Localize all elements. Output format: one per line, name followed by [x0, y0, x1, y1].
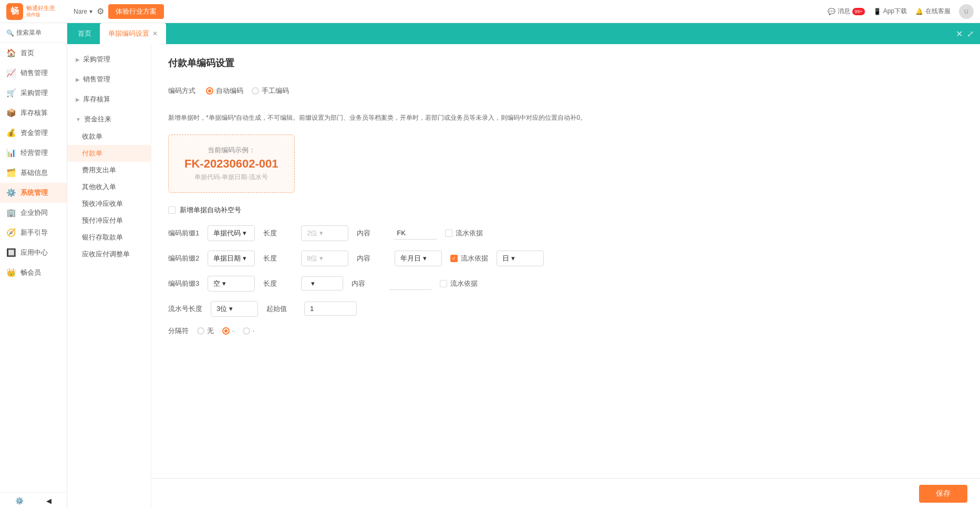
separator-radio-group: 无 · ·	[197, 326, 254, 336]
logo-badge: 插件版	[26, 12, 55, 18]
online-service-btn[interactable]: 🔔 在线客服	[915, 7, 951, 16]
app-download-btn[interactable]: 📱 App下载	[873, 7, 907, 16]
prefix3-label: 编码前缀3	[168, 279, 199, 288]
tab-home[interactable]: 首页	[69, 23, 100, 44]
prefix2-content-select[interactable]: 年月日 ▾	[395, 251, 442, 266]
sub-nav-item-other-income[interactable]: 其他收入单	[67, 179, 151, 195]
company-select[interactable]: Nare ▾	[74, 8, 92, 15]
start-value-input[interactable]	[304, 302, 357, 316]
bottom-bar: 保存	[151, 478, 980, 509]
chevron-down-icon-p3: ▾	[222, 279, 226, 287]
search-icon: 🔍	[6, 29, 14, 37]
settings-bottom-icon[interactable]: ⚙️	[15, 497, 24, 505]
sidebar-item-inventory[interactable]: 📦 库存核算	[0, 103, 67, 123]
sidebar-item-member[interactable]: 👑 畅会员	[0, 263, 67, 283]
sub-nav-group-purchase: ▶ 采购管理	[67, 50, 151, 68]
prefix2-cycle-select[interactable]: 日 ▾	[497, 251, 544, 266]
prefix2-select[interactable]: 单据日期 ▾	[208, 251, 255, 266]
auto-fill-label: 新增单据自动补空号	[180, 205, 241, 215]
sub-nav-group-header-sales[interactable]: ▶ 销售管理	[67, 70, 151, 88]
download-icon: 📱	[873, 8, 881, 15]
tab-bar: 首页 单据编码设置 ✕ ✕ ⤢	[67, 23, 980, 44]
service-icon: 🔔	[915, 8, 923, 15]
avatar[interactable]: U	[959, 4, 974, 19]
sidebar-search[interactable]: 🔍 搜索菜单	[0, 23, 67, 43]
sub-nav-item-prepay-receivable[interactable]: 预收冲应收单	[67, 195, 151, 212]
sidebar: 🔍 搜索菜单 🏠 首页 📈 销售管理 🛒 采购管理 📦 库存核算 💰 资金管理 …	[0, 23, 67, 509]
prefix1-stream-checkbox[interactable]	[445, 230, 452, 237]
chevron-down-icon-4: ▼	[76, 117, 81, 122]
inner-layout: ▶ 采购管理 ▶ 销售管理 ▶ 库存核算	[67, 44, 980, 509]
guide-icon: 🧭	[6, 228, 16, 237]
prefix2-length-select[interactable]: 8位 ▾	[301, 251, 348, 266]
radio-manual[interactable]: 手工编码	[252, 86, 289, 96]
prefix2-content-label: 内容	[357, 254, 386, 263]
prefix1-select[interactable]: 单据代码 ▾	[208, 225, 255, 241]
radio-auto[interactable]: 自动编码	[206, 86, 243, 96]
serial-length-label: 流水号长度	[168, 304, 202, 314]
prefix1-content-input[interactable]	[395, 227, 437, 240]
sub-nav-group-header-inventory[interactable]: ▶ 库存核算	[67, 90, 151, 108]
start-value-label: 起始值	[266, 304, 296, 314]
tab-close-icon[interactable]: ✕	[152, 30, 158, 37]
serial-length-select[interactable]: 3位 ▾	[211, 301, 258, 317]
prefix1-length-label: 长度	[263, 228, 293, 238]
tab-expand-icon[interactable]: ⤢	[967, 29, 974, 39]
chevron-down-icon-p2l: ▾	[319, 254, 323, 262]
collapse-icon[interactable]: ◀	[46, 497, 51, 505]
sidebar-item-purchase[interactable]: 🛒 采购管理	[0, 83, 67, 103]
sidebar-item-operation[interactable]: 📊 经营管理	[0, 143, 67, 163]
sidebar-item-sales[interactable]: 📈 销售管理	[0, 63, 67, 83]
sidebar-item-enterprise[interactable]: 🏢 企业协同	[0, 203, 67, 223]
separator-dot2[interactable]: ·	[243, 327, 255, 335]
sidebar-item-home[interactable]: 🏠 首页	[0, 43, 67, 63]
trial-btn[interactable]: 体验行业方案	[108, 4, 164, 19]
logo-icon: 畅	[6, 3, 23, 20]
sub-nav-group-header-finance[interactable]: ▼ 资金往来	[67, 110, 151, 128]
sidebar-item-newguide[interactable]: 🧭 新手引导	[0, 223, 67, 243]
app-icon: 🔲	[6, 248, 16, 257]
auto-fill-checkbox[interactable]	[168, 206, 176, 214]
separator-none[interactable]: 无	[197, 326, 214, 336]
chevron-down-icon-sl: ▾	[229, 305, 233, 313]
chevron-right-icon: ▶	[76, 57, 80, 63]
serial-row: 流水号长度 3位 ▾ 起始值	[168, 301, 963, 317]
tab-code-setting[interactable]: 单据编码设置 ✕	[100, 23, 166, 44]
prefix3-stream-checkbox[interactable]	[440, 280, 447, 287]
sub-nav-group-header-purchase[interactable]: ▶ 采购管理	[67, 50, 151, 68]
sub-nav-item-bank[interactable]: 银行存取款单	[67, 229, 151, 246]
tab-bar-right: ✕ ⤢	[956, 29, 978, 39]
gear-icon[interactable]: ⚙	[97, 6, 104, 16]
prefix2-stream-checkbox[interactable]: ✓	[450, 255, 458, 262]
sidebar-item-app[interactable]: 🔲 应用中心	[0, 243, 67, 263]
chevron-down-icon-p1: ▾	[243, 229, 246, 237]
sub-nav-item-receipt[interactable]: 收款单	[67, 128, 151, 145]
save-button[interactable]: 保存	[919, 485, 967, 503]
separator-dot1[interactable]: ·	[222, 327, 234, 335]
enterprise-icon: 🏢	[6, 208, 16, 217]
sub-nav-item-payment[interactable]: 付款单	[67, 145, 151, 162]
sub-nav-item-prepay-payable[interactable]: 预付冲应付单	[67, 212, 151, 229]
sidebar-item-finance[interactable]: 💰 资金管理	[0, 123, 67, 143]
separator-label: 分隔符	[168, 326, 189, 336]
sub-nav-item-expense[interactable]: 费用支出单	[67, 162, 151, 179]
message-btn[interactable]: 💬 消息 99+	[828, 7, 864, 16]
form-container: 付款单编码设置 编码方式 自动编码 手工编码	[151, 44, 980, 509]
main-layout: 🔍 搜索菜单 🏠 首页 📈 销售管理 🛒 采购管理 📦 库存核算 💰 资金管理 …	[0, 23, 980, 509]
prefix1-stream-check: 流水依据	[445, 228, 483, 238]
prefix3-content-input[interactable]	[389, 277, 431, 290]
prefix3-length-select[interactable]: ▾	[301, 276, 343, 290]
finance-icon: 💰	[6, 128, 16, 138]
sidebar-item-system[interactable]: ⚙️ 系统管理	[0, 183, 67, 203]
chevron-down-icon-p3l: ▾	[311, 279, 315, 287]
prefix2-row: 编码前缀2 单据日期 ▾ 长度 8位 ▾ 内容 年月日	[168, 251, 963, 266]
main-area: 首页 单据编码设置 ✕ ✕ ⤢ ▶ 采购管理	[67, 23, 980, 509]
separator-dot2-circle	[243, 327, 250, 335]
sub-nav-item-adjustment[interactable]: 应收应付调整单	[67, 246, 151, 263]
encoding-type-section: 编码方式 自动编码 手工编码	[168, 80, 963, 104]
prefix3-select[interactable]: 空 ▾	[208, 276, 255, 292]
sub-nav: ▶ 采购管理 ▶ 销售管理 ▶ 库存核算	[67, 44, 151, 509]
tab-minimize-icon[interactable]: ✕	[956, 29, 963, 39]
prefix1-length-select[interactable]: 2位 ▾	[301, 225, 348, 241]
sidebar-item-basic[interactable]: 🗂️ 基础信息	[0, 163, 67, 183]
